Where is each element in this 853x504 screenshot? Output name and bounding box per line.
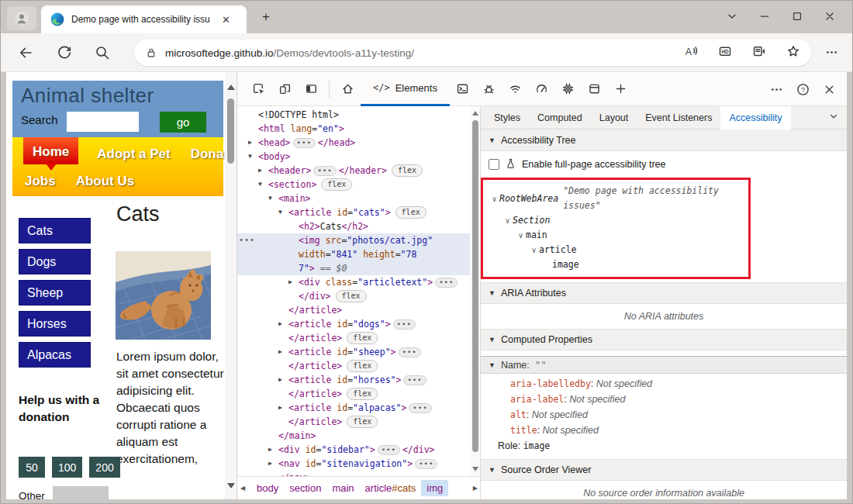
breadcrumb-item[interactable]: main (326, 480, 359, 496)
dom-node[interactable]: <!DOCTYPE html> (237, 108, 470, 122)
a11y-tree-node[interactable]: ∨main (483, 228, 748, 243)
dom-node[interactable]: ▼<main> (237, 192, 470, 205)
crumb-left-icon[interactable]: ◀ (240, 485, 245, 492)
sidebar-button-alpacas[interactable]: Alpacas (19, 342, 91, 368)
collapsed-arrow-icon[interactable]: ▶ (278, 345, 282, 359)
scroll-down-icon[interactable] (472, 467, 478, 471)
panel-tab-layout[interactable]: Layout (591, 106, 637, 129)
collapsed-arrow-icon[interactable]: ▶ (278, 401, 282, 415)
collapsed-arrow-icon[interactable]: ▶ (268, 443, 272, 457)
dom-node[interactable]: ▶<nav id="sitenavigation">•••</nav> (237, 457, 470, 476)
expand-inline-button[interactable]: ••• (293, 138, 316, 148)
dom-node[interactable]: ▼<section>flex (237, 178, 470, 192)
more-icon[interactable] (825, 46, 838, 62)
donate-button-200[interactable]: 200 (89, 457, 119, 478)
expand-chevron-icon[interactable]: ∨ (516, 228, 526, 243)
flex-badge[interactable]: flex (347, 388, 378, 400)
close-icon[interactable] (816, 76, 842, 102)
new-tab-button[interactable]: + (257, 9, 275, 25)
dom-node[interactable]: ▼<article id="cats">flex (237, 205, 470, 219)
favorite-star-icon[interactable] (786, 44, 800, 61)
nav-item-about-us[interactable]: About Us (74, 171, 136, 192)
immersive-reader-icon[interactable] (752, 44, 766, 61)
dock-side-icon[interactable] (298, 76, 324, 102)
scrollbar-thumb[interactable] (472, 120, 478, 452)
dom-node-selected[interactable]: •••<img src="photos/cat.jpg"width="841" … (237, 233, 470, 275)
scrollbar-thumb[interactable] (227, 98, 234, 164)
dom-node[interactable]: ▶<div id="sidebar">•••</div> (237, 443, 470, 457)
expanded-arrow-icon[interactable]: ▼ (278, 205, 282, 219)
nav-item-home[interactable]: Home (23, 137, 78, 164)
more-icon[interactable] (763, 76, 789, 102)
panel-tab-event-listeners[interactable]: Event Listeners (637, 106, 720, 129)
dom-node[interactable]: ▶<article id="horses">•••</article>flex (237, 373, 470, 401)
collapsed-arrow-icon[interactable]: ▶ (278, 373, 282, 387)
collapsed-arrow-icon[interactable]: ▶ (288, 275, 292, 289)
performance-icon[interactable] (529, 76, 555, 102)
sidebar-button-sheep[interactable]: Sheep (19, 280, 91, 306)
panel-tab-computed[interactable]: Computed (529, 106, 591, 129)
breadcrumb-item[interactable]: body (251, 480, 284, 496)
nav-item-adopt-a-pet[interactable]: Adopt a Pet (95, 144, 171, 164)
search-icon[interactable] (95, 45, 110, 60)
search-input[interactable] (67, 112, 139, 132)
close-icon[interactable] (813, 4, 846, 29)
network-icon[interactable] (502, 76, 529, 102)
inspect-icon[interactable] (245, 76, 271, 102)
home-icon[interactable] (334, 76, 361, 102)
flex-badge[interactable]: flex (347, 360, 378, 372)
panel-tab-accessibility[interactable]: Accessibility (720, 106, 790, 129)
tab-close-icon[interactable]: ✕ (222, 14, 230, 26)
scroll-up-icon[interactable] (227, 85, 235, 90)
expand-inline-button[interactable]: ••• (313, 166, 336, 176)
dom-node[interactable]: </article> (237, 303, 470, 317)
enable-fullpage-checkbox[interactable] (489, 159, 499, 170)
maximize-icon[interactable] (781, 4, 813, 29)
section-aria-attributes[interactable]: ▼ ARIA Attributes (481, 282, 847, 304)
scroll-down-icon[interactable] (227, 483, 235, 488)
refresh-icon[interactable] (57, 45, 72, 60)
tab-elements[interactable]: </> Elements (361, 72, 450, 106)
expand-chevron-icon[interactable]: ∨ (489, 192, 499, 206)
collapsed-arrow-icon[interactable]: ▶ (268, 457, 272, 471)
dom-node[interactable]: <h2>Cats</h2> (237, 219, 470, 233)
sidebar-button-horses[interactable]: Horses (19, 311, 91, 337)
donate-button-100[interactable]: 100 (52, 457, 82, 478)
computed-name-row[interactable]: ▼ Name: "" (481, 356, 847, 374)
go-button[interactable]: go (160, 112, 206, 133)
flex-badge[interactable]: flex (395, 206, 427, 219)
expand-chevron-icon[interactable]: ∨ (529, 243, 539, 257)
expand-inline-button[interactable]: ••• (415, 459, 437, 469)
browser-tab[interactable]: Demo page with accessibility issu ✕ (41, 5, 247, 33)
collapsed-arrow-icon[interactable]: ▶ (258, 164, 262, 178)
lock-icon[interactable] (145, 47, 157, 59)
collapsed-arrow-icon[interactable]: ▶ (248, 136, 252, 150)
flex-badge[interactable]: flex (336, 290, 367, 302)
flex-badge[interactable]: flex (321, 178, 352, 191)
sidebar-button-cats[interactable]: Cats (19, 218, 91, 243)
a11y-tree-node[interactable]: ∨article (483, 243, 748, 257)
flex-badge[interactable]: flex (392, 164, 423, 177)
profile-avatar[interactable] (7, 6, 36, 30)
expand-inline-button[interactable]: ••• (399, 347, 421, 357)
flex-badge[interactable]: flex (347, 332, 378, 344)
section-accessibility-tree[interactable]: ▼ Accessibility Tree (481, 129, 847, 151)
expand-chevron-icon[interactable]: ∨ (502, 213, 513, 228)
panel-tab-styles[interactable]: Styles (485, 106, 529, 129)
expanded-arrow-icon[interactable]: ▼ (268, 192, 272, 205)
add-tools-icon[interactable] (608, 76, 634, 102)
dom-node[interactable]: <html lang="en"> (237, 122, 470, 136)
page-scrollbar[interactable] (225, 72, 237, 499)
expand-inline-button[interactable]: ••• (378, 445, 400, 455)
expand-inline-button[interactable]: ••• (409, 403, 431, 413)
collapsed-arrow-icon[interactable]: ▶ (278, 317, 282, 331)
application-icon[interactable] (582, 76, 608, 102)
crumb-right-icon[interactable]: ▶ (473, 485, 478, 492)
breadcrumb-item[interactable]: section (284, 480, 326, 496)
scroll-up-icon[interactable] (472, 111, 478, 116)
expand-inline-button[interactable]: ••• (403, 375, 426, 385)
address-bar[interactable]: microsoftedge.github.io/Demos/devtools-a… (134, 40, 811, 66)
a11y-tree-node[interactable]: ∨Section (483, 213, 748, 228)
donate-button-50[interactable]: 50 (19, 457, 45, 478)
other-amount-input[interactable] (53, 486, 109, 499)
